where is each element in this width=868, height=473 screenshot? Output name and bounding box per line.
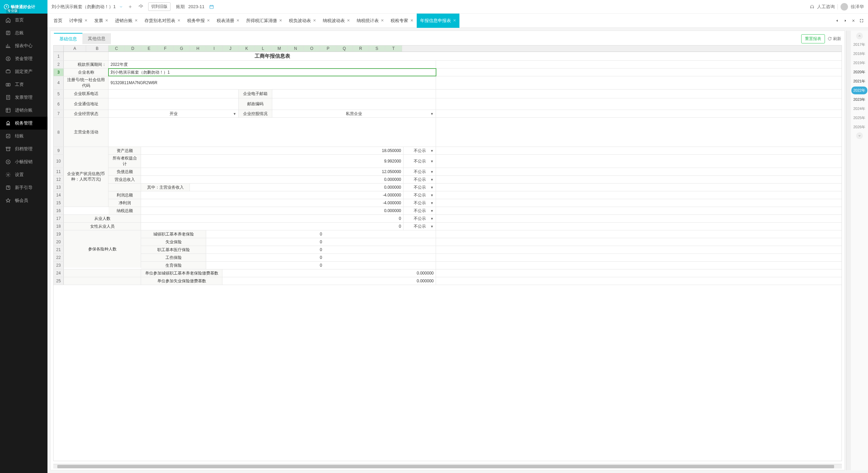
close-icon[interactable]: ✕ (410, 18, 413, 23)
period-value[interactable]: 2023-11 (188, 4, 204, 9)
col-header[interactable]: R (353, 45, 369, 52)
close-icon[interactable]: ✕ (453, 18, 456, 23)
close-icon[interactable]: ✕ (84, 18, 87, 23)
close-icon[interactable]: ✕ (381, 18, 384, 23)
chevron-down-icon[interactable]: ▼ (430, 201, 434, 205)
nav-item-reimburse[interactable]: 小畅报销 (0, 155, 47, 168)
cell[interactable]: 0.000000 (190, 184, 403, 191)
close-icon[interactable]: ✕ (347, 18, 350, 23)
nav-item-archive[interactable]: 归档管理 (0, 143, 47, 155)
tab[interactable]: 年报信息申报表✕ (417, 14, 459, 28)
nav-item-member[interactable]: 畅会员 (0, 194, 47, 207)
cell[interactable]: 0 (206, 254, 436, 261)
col-header[interactable]: D (125, 45, 141, 52)
reset-report-button[interactable]: 重置报表 (801, 34, 825, 43)
year-down-icon[interactable] (856, 132, 863, 139)
horizontal-scrollbar[interactable] (53, 464, 842, 469)
close-icon[interactable]: ✕ (207, 18, 210, 23)
tab[interactable]: 所得税汇算清缴✕ (243, 14, 285, 28)
chevron-down-icon[interactable] (119, 5, 123, 9)
cell[interactable]: 私营企业▼ (272, 110, 436, 117)
year-item[interactable]: 2018年 (851, 50, 867, 58)
year-item[interactable]: 2022年 (851, 87, 867, 94)
cell[interactable] (272, 98, 436, 110)
cell[interactable]: 9.992000 (141, 155, 403, 168)
cell[interactable]: 不公示▼ (403, 184, 436, 191)
tab[interactable]: 发票✕ (91, 14, 112, 28)
chevron-down-icon[interactable]: ▼ (430, 170, 434, 174)
col-header[interactable]: O (304, 45, 320, 52)
close-icon[interactable]: ✕ (313, 18, 316, 23)
cell[interactable]: 不公示▼ (403, 215, 436, 222)
chevron-down-icon[interactable]: ▼ (233, 112, 236, 116)
row-header[interactable]: 6 (54, 98, 64, 110)
row-header[interactable]: 10 (54, 155, 64, 168)
col-header[interactable]: P (320, 45, 336, 52)
chevron-down-icon[interactable]: ▼ (430, 217, 434, 221)
cell[interactable]: 0.000000 (141, 207, 403, 214)
row-header[interactable]: 24 (54, 269, 64, 277)
credit-code[interactable]: 91320811MA7NGR2W6R (108, 76, 436, 89)
col-header[interactable]: I (206, 45, 222, 52)
year-item[interactable]: 2020年 (851, 68, 867, 76)
chevron-down-icon[interactable]: ▼ (430, 112, 434, 116)
year-item[interactable]: 2025年 (851, 114, 867, 122)
calendar-icon[interactable] (208, 3, 215, 11)
close-icon[interactable]: ✕ (236, 18, 239, 23)
year-item[interactable]: 2024年 (851, 105, 867, 113)
tab[interactable]: 存货别名对照表✕ (141, 14, 184, 28)
spreadsheet-grid[interactable]: ABCDEFGHIJKLMNOPQRST 1工商年报信息表2税款所属期间：202… (53, 45, 842, 461)
row-header[interactable]: 18 (54, 223, 64, 230)
cell[interactable] (108, 90, 239, 98)
account-name[interactable]: 刘小艳演示账套（勿删勿动！）1 (52, 4, 116, 10)
nav-item-ledger[interactable]: 总账 (0, 26, 47, 39)
plus-icon[interactable] (126, 3, 134, 11)
col-header[interactable]: T (385, 45, 402, 52)
cell[interactable]: 0 (206, 246, 436, 253)
tab[interactable]: 纳税统计表✕ (353, 14, 387, 28)
row-header[interactable]: 15 (54, 199, 64, 207)
cell[interactable]: 0.000000 (141, 176, 403, 183)
cell[interactable]: 0.000000 (222, 277, 436, 285)
col-header[interactable]: K (239, 45, 255, 52)
col-header[interactable]: E (141, 45, 157, 52)
row-header[interactable]: 14 (54, 191, 64, 199)
row-header[interactable]: 16 (54, 207, 64, 214)
chevron-down-icon[interactable]: ▼ (430, 225, 434, 228)
nav-item-tax[interactable]: 税务管理 (0, 117, 47, 130)
nav-item-salary[interactable]: 工资 (0, 78, 47, 91)
tab-prev-icon[interactable] (833, 17, 841, 24)
tab[interactable]: 税负波动表✕ (285, 14, 319, 28)
col-header[interactable]: F (157, 45, 174, 52)
avatar[interactable] (841, 3, 848, 11)
chevron-down-icon[interactable]: ▼ (430, 178, 434, 182)
col-header[interactable]: N (288, 45, 304, 52)
cell[interactable]: 0 (206, 230, 436, 238)
old-version-button[interactable]: 切到旧版 (148, 2, 171, 11)
nav-item-settings[interactable]: 设置 (0, 168, 47, 181)
cell[interactable]: 不公示▼ (403, 176, 436, 183)
tab[interactable]: 纳税波动表✕ (319, 14, 353, 28)
year-up-icon[interactable] (856, 33, 863, 39)
cell[interactable]: 不公示▼ (403, 168, 436, 175)
cell[interactable]: 不公示▼ (403, 199, 436, 207)
col-header[interactable]: J (222, 45, 239, 52)
row-header[interactable]: 21 (54, 246, 64, 253)
year-item[interactable]: 2017年 (851, 41, 867, 49)
nav-item-invoice[interactable]: 发票管理 (0, 91, 47, 104)
row-header[interactable]: 3 (54, 69, 64, 76)
tab[interactable]: 首页 (50, 14, 66, 28)
tab[interactable]: 税检专家✕ (387, 14, 417, 28)
cell[interactable] (108, 118, 436, 147)
nav-item-fund[interactable]: 资金管理 (0, 52, 47, 65)
row-header[interactable]: 7 (54, 110, 64, 117)
col-header[interactable]: B (86, 45, 108, 52)
sheet-tab-basic[interactable]: 基础信息 (54, 33, 82, 44)
row-header[interactable]: 4 (54, 76, 64, 89)
row-header[interactable]: 5 (54, 90, 64, 98)
cell[interactable]: 不公示▼ (403, 191, 436, 199)
row-header[interactable]: 9 (54, 147, 64, 154)
cell[interactable]: 12.050000 (141, 168, 403, 175)
close-icon[interactable]: ✕ (177, 18, 180, 23)
cell[interactable]: 不公示▼ (403, 223, 436, 230)
